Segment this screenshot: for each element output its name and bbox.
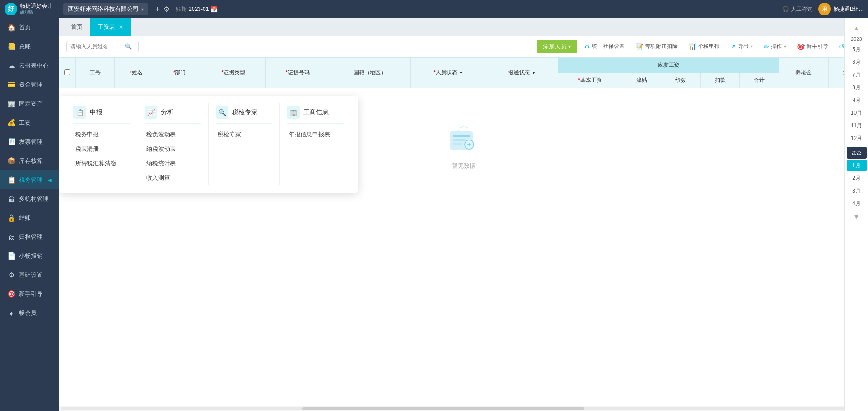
menu-item-tax-fluctuation2[interactable]: 纳税波动表	[145, 142, 201, 156]
service-button[interactable]: 🎧 人工咨询	[782, 5, 813, 13]
month-9[interactable]: 9月	[847, 94, 867, 106]
sidebar-item-basic[interactable]: ⚙ 基础设置	[0, 266, 59, 285]
dropdown-menu: 📋 申报 税务申报 税表清册 所得税汇算清缴 📈 分析 税负波动表 纳税波动表 …	[59, 96, 358, 193]
declaration-title: 申报	[90, 108, 102, 116]
report-icon: 📄	[7, 252, 15, 260]
settings-icon[interactable]: ⚙	[163, 5, 170, 14]
menu-item-income-estimate[interactable]: 收入测算	[145, 171, 201, 185]
th-allowance: 津贴	[622, 73, 661, 88]
export-button[interactable]: ↗ 导出 ▾	[727, 41, 756, 52]
tax-expert-title: 税检专家	[232, 108, 257, 116]
guide-button[interactable]: 🎯 新手引导	[793, 41, 832, 52]
sidebar-item-label: 结账	[19, 214, 31, 222]
svg-rect-2	[453, 139, 466, 141]
sidebar-item-fixed-assets[interactable]: 🏢 固定资产	[0, 94, 59, 113]
menu-item-tax-table[interactable]: 税表清册	[73, 142, 130, 156]
th-region: 国籍（地区）	[330, 58, 411, 88]
sidebar-item-close[interactable]: 🔒 结账	[0, 208, 59, 227]
month-10[interactable]: 10月	[847, 107, 867, 119]
month-8[interactable]: 8月	[847, 82, 867, 93]
user-name[interactable]: 畅捷通B组...	[834, 5, 863, 13]
social-insurance-icon: ⚙	[584, 43, 590, 50]
sidebar-item-label: 畅会员	[19, 309, 37, 317]
calendar-icon[interactable]: 📅	[210, 6, 218, 13]
year-2023-current-label: 2023	[847, 147, 867, 159]
sidebar-item-multi-org[interactable]: 🏛 多机构管理	[0, 189, 59, 208]
inventory-icon: 📦	[7, 157, 15, 165]
sidebar-item-salary[interactable]: 💰 工资	[0, 113, 59, 132]
calendar-up-nav[interactable]: ▲	[851, 23, 862, 34]
month-4[interactable]: 4月	[847, 198, 867, 209]
checkbox-th[interactable]	[59, 58, 76, 88]
select-all-checkbox[interactable]	[64, 69, 70, 75]
dropdown-col-header-declaration: 📋 申报	[73, 103, 130, 124]
dropdown-col-analysis: 📈 分析 税负波动表 纳税波动表 纳税统计表 收入测算	[137, 103, 209, 185]
month-3[interactable]: 3月	[847, 185, 867, 197]
sidebar-item-guide[interactable]: 🎯 新手引导	[0, 285, 59, 304]
period-label: 账期	[176, 5, 187, 13]
cloud-icon: ☁	[7, 62, 15, 70]
user-badge: 用 畅捷通B组...	[818, 3, 863, 15]
year-2023-prev-label: 2023	[851, 36, 862, 42]
th-payroll-group: 应发工资	[558, 58, 779, 73]
operation-dropdown-icon: ▾	[784, 44, 786, 49]
export-label: 导出	[738, 43, 749, 50]
company-selector[interactable]: 西安虾米网络科技有限公司 ▾	[63, 3, 148, 15]
add-button[interactable]: +	[155, 5, 160, 13]
sidebar-item-fund[interactable]: 💳 资金管理	[0, 75, 59, 94]
sidebar-item-tax[interactable]: 📋 税务管理 ◀	[0, 170, 59, 189]
svg-point-7	[457, 130, 460, 132]
biz-info-title: 工商信息	[303, 108, 329, 116]
month-5[interactable]: 5月	[847, 44, 867, 55]
company-name: 西安虾米网络科技有限公司	[68, 5, 139, 13]
month-12[interactable]: 12月	[847, 132, 867, 144]
scroll-thumb[interactable]	[302, 407, 584, 410]
sidebar-item-report[interactable]: 📄 小畅报销	[0, 247, 59, 266]
sidebar-item-inventory[interactable]: 📦 库存核算	[0, 151, 59, 170]
sidebar-item-archive[interactable]: 🗂 归档管理	[0, 227, 59, 247]
search-input-wrap: 🔍	[66, 41, 139, 52]
tax-return-button[interactable]: 📊 个税申报	[685, 41, 723, 52]
bottom-scrollbar[interactable]	[59, 406, 868, 411]
org-icon: 🏛	[7, 195, 15, 203]
sidebar-item-home[interactable]: 🏠 首页	[0, 18, 59, 37]
menu-item-tax-fluctuation[interactable]: 税负波动表	[145, 127, 201, 142]
menu-item-tax-declaration[interactable]: 税务申报	[73, 127, 130, 142]
month-2[interactable]: 2月	[847, 172, 867, 184]
logo-text: 畅捷通好会计 旗舰版	[20, 3, 53, 15]
tab-home[interactable]: 首页	[63, 18, 90, 36]
sidebar-item-label: 库存核算	[19, 157, 43, 165]
sidebar-item-vip[interactable]: ♦ 畅会员	[0, 304, 59, 323]
menu-item-tax-statistics[interactable]: 纳税统计表	[145, 156, 201, 171]
month-1-active[interactable]: 1月	[847, 160, 867, 171]
special-deduction-button[interactable]: 📝 专项附加扣除	[632, 41, 681, 52]
sidebar-item-invoice[interactable]: 🧾 发票管理	[0, 132, 59, 151]
sidebar-item-ledger[interactable]: 📒 总账	[0, 37, 59, 56]
special-deduction-label: 专项附加扣除	[645, 43, 678, 50]
social-insurance-button[interactable]: ⚙ 统一社保设置	[581, 41, 628, 52]
month-6[interactable]: 6月	[847, 56, 867, 68]
tab-close-icon[interactable]: ✕	[119, 24, 123, 30]
main-content: 首页 工资表 ✕ ✕ ⊡ 🔍 添加人员 ▾ ⚙ 统一社保设置 📝 专项附加扣除	[59, 18, 868, 411]
search-input[interactable]	[70, 44, 125, 50]
empty-icon	[446, 125, 482, 156]
tab-salary[interactable]: 工资表 ✕	[90, 18, 131, 36]
analysis-col-icon: 📈	[145, 106, 157, 119]
operation-button[interactable]: ✏ 操作 ▾	[760, 41, 790, 52]
month-7[interactable]: 7月	[847, 69, 867, 81]
menu-item-tax-check[interactable]: 税检专家	[216, 127, 272, 142]
menu-item-annual-report[interactable]: 年报信息申报表	[287, 127, 344, 142]
tab-bar: 首页 工资表 ✕ ✕ ⊡	[59, 18, 868, 36]
menu-item-income-tax[interactable]: 所得税汇算清缴	[73, 156, 130, 171]
guide-toolbar-icon: 🎯	[797, 43, 805, 50]
month-11[interactable]: 11月	[847, 120, 867, 131]
empty-text: 暂无数据	[452, 162, 475, 170]
assets-icon: 🏢	[7, 100, 15, 108]
calendar-down-nav[interactable]: ▼	[851, 211, 862, 222]
svg-rect-1	[453, 135, 470, 137]
add-person-button[interactable]: 添加人员 ▾	[537, 40, 577, 53]
sidebar-item-cloud-report[interactable]: ☁ 云报表中心	[0, 56, 59, 75]
add-person-label: 添加人员	[543, 43, 567, 51]
sidebar-item-label: 基础设置	[19, 271, 43, 279]
scroll-track	[61, 407, 866, 410]
